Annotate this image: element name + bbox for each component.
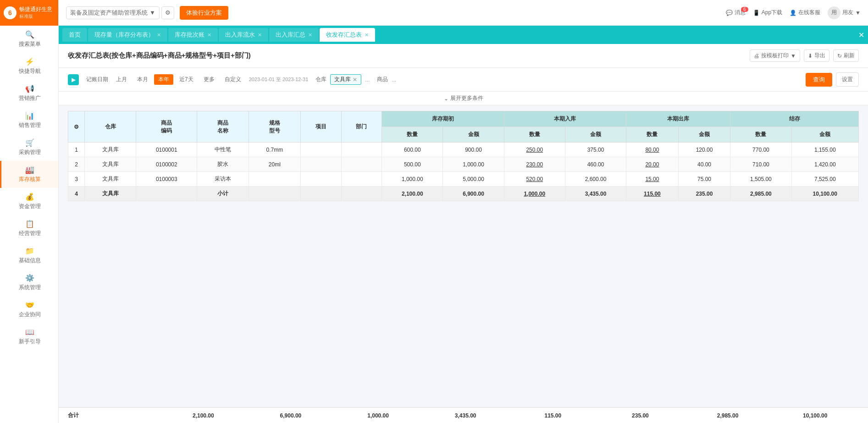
sidebar-item-quick[interactable]: ⚡ 快捷导航 <box>0 53 58 80</box>
cell-in-amt: 460.00 <box>565 157 626 172</box>
tab-batch-close[interactable]: ✕ <box>207 32 211 38</box>
tab-inout-summary[interactable]: 出入库汇总 ✕ <box>269 28 319 42</box>
date-7days[interactable]: 近7天 <box>175 74 198 85</box>
sidebar-item-guide[interactable]: 📖 新手引导 <box>0 323 58 350</box>
tab-inventory-dist[interactable]: 现存量（库存分布表） ✕ <box>88 28 167 42</box>
warehouse-tag-close[interactable]: ✕ <box>353 77 357 83</box>
cell-goods-name: 中性笔 <box>197 143 249 157</box>
date-prev-month[interactable]: 上月 <box>112 74 131 85</box>
refresh-label: 刷新 <box>844 52 855 60</box>
date-custom[interactable]: 自定义 <box>221 74 245 85</box>
date-curr-month[interactable]: 本月 <box>133 74 152 85</box>
print-button[interactable]: 🖨 按模板打印 ▼ <box>750 49 800 62</box>
cell-bal-amt: 7,525.00 <box>791 172 858 187</box>
export-button[interactable]: ⬇ 导出 <box>804 49 829 62</box>
sidebar-item-enterprise[interactable]: 🤝 企业协同 <box>0 296 58 323</box>
cell-seq: 2 <box>68 157 85 172</box>
service-button[interactable]: 👤 在线客服 <box>790 9 820 16</box>
cell-bal-qty: 1,505.00 <box>730 172 791 187</box>
tab-inout-summary-label: 出入库汇总 <box>276 31 305 39</box>
cell-open-qty-subtotal: 2,100.00 <box>382 187 443 201</box>
tab-recv-summary-label: 收发存汇总表 <box>326 31 362 39</box>
sidebar-item-purchase[interactable]: 🛒 采购管理 <box>0 134 58 161</box>
tab-home[interactable]: 首页 <box>62 28 87 42</box>
tab-batch-label: 库存批次账 <box>175 31 205 39</box>
goods-more-dots[interactable]: ... <box>392 77 396 83</box>
topbar: 装备及固定资产辅助管理系统 ▼ ⚙ 体验行业方案 💬 消息 6 📱 App下载 … <box>59 0 868 26</box>
sidebar-item-business[interactable]: 📋 经营管理 <box>0 215 58 242</box>
user-menu[interactable]: 用 用友 ▼ <box>828 6 861 19</box>
tab-inout-flow-close[interactable]: ✕ <box>258 32 262 38</box>
filter-toggle-button[interactable]: ▶ <box>68 74 79 85</box>
tab-recv-summary-close[interactable]: ✕ <box>365 32 369 38</box>
cell-project <box>301 172 342 187</box>
expand-button[interactable]: ⌄ 展开更多条件 <box>444 94 483 102</box>
th-goods-name: 商品名称 <box>197 111 249 143</box>
refresh-button[interactable]: ↻ 刷新 <box>833 49 859 62</box>
gear-button[interactable]: ⚙ <box>161 6 174 19</box>
app-download-button[interactable]: 📱 App下载 <box>753 9 782 16</box>
inventory-icon: 🏭 <box>25 165 34 174</box>
expand-label: 展开更多条件 <box>450 94 483 102</box>
tab-inout-summary-close[interactable]: ✕ <box>308 32 312 38</box>
cell-goods-code: 0100003 <box>136 172 197 187</box>
date-curr-year[interactable]: 本年 <box>154 74 173 85</box>
sidebar-item-finance[interactable]: 💰 资金管理 <box>0 188 58 215</box>
cell-dept-subtotal <box>341 187 382 201</box>
app-label: App下载 <box>762 9 782 16</box>
cell-out-qty[interactable]: 80.00 <box>626 143 679 157</box>
finance-icon: 💰 <box>25 192 34 201</box>
cell-in-amt: 2,600.00 <box>565 172 626 187</box>
cell-in-amt: 375.00 <box>565 143 626 157</box>
cell-out-qty-subtotal[interactable]: 115.00 <box>626 187 679 201</box>
sidebar-item-marketing[interactable]: 📢 营销推广 <box>0 80 58 107</box>
sidebar-item-sales[interactable]: 📊 销售管理 <box>0 107 58 134</box>
setting-button[interactable]: 设置 <box>836 72 859 87</box>
cell-in-qty-subtotal[interactable]: 1,000.00 <box>504 187 565 201</box>
cell-in-amt-subtotal: 3,435.00 <box>565 187 626 201</box>
tab-inout-flow[interactable]: 出入库流水 ✕ <box>219 28 268 42</box>
warehouse-more-dots[interactable]: ... <box>365 77 370 83</box>
warehouse-tag-value: 文具库 <box>334 76 351 83</box>
cell-in-qty[interactable]: 250.00 <box>504 143 565 157</box>
th-bal-amt: 金额 <box>791 127 858 143</box>
sidebar-logo: 6 <box>4 6 17 19</box>
page-title: 收发存汇总表(按仓库+商品编码+商品+规格型号+项目+部门) <box>68 51 251 60</box>
tabbar-close[interactable]: ✕ <box>858 31 864 39</box>
th-in-group: 本期入库 <box>504 111 626 127</box>
th-balance-group: 结存 <box>730 111 859 127</box>
service-label: 在线客服 <box>798 9 820 16</box>
tab-recv-summary[interactable]: 收发存汇总表 ✕ <box>320 28 375 42</box>
message-button[interactable]: 💬 消息 6 <box>726 9 746 16</box>
sidebar-item-system[interactable]: ⚙️ 系统管理 <box>0 269 58 296</box>
table-row: 2 文具库 0100002 胶水 20ml 500.00 1,000.00 23… <box>68 157 859 172</box>
warehouse-tag[interactable]: 文具库 ✕ <box>330 74 361 85</box>
cell-out-qty[interactable]: 15.00 <box>626 172 679 187</box>
query-button[interactable]: 查询 <box>806 73 832 87</box>
main-area: 装备及固定资产辅助管理系统 ▼ ⚙ 体验行业方案 💬 消息 6 📱 App下载 … <box>59 0 868 423</box>
message-badge: 6 <box>741 7 748 12</box>
cell-open-qty: 1,000.00 <box>382 172 443 187</box>
cell-in-qty[interactable]: 520.00 <box>504 172 565 187</box>
cell-open-amt: 5,000.00 <box>443 172 504 187</box>
sidebar-subtitle: 标准版 <box>19 13 52 20</box>
sidebar-item-search[interactable]: 🔍 搜索菜单 <box>0 26 58 53</box>
sidebar-label-inventory: 库存核算 <box>19 176 41 183</box>
th-settings: ⚙ <box>68 111 85 143</box>
tab-batch[interactable]: 库存批次账 ✕ <box>168 28 218 42</box>
sidebar-item-basic[interactable]: 📁 基础信息 <box>0 242 58 269</box>
tab-inventory-dist-close[interactable]: ✕ <box>157 32 161 38</box>
table-body: 1 文具库 0100001 中性笔 0.7mm 600.00 900.00 25… <box>68 143 859 201</box>
cell-open-amt: 900.00 <box>443 143 504 157</box>
filter-date-section: 记账日期 上月 本月 本年 近7天 更多 自定义 2023-01-01 至 20… <box>86 74 308 85</box>
system-dropdown[interactable]: 装备及固定资产辅助管理系统 ▼ <box>66 6 160 19</box>
sidebar-item-inventory[interactable]: 🏭 库存核算 <box>0 161 58 188</box>
cell-out-amt-subtotal: 235.00 <box>678 187 730 201</box>
date-more[interactable]: 更多 <box>199 74 219 85</box>
cell-in-qty[interactable]: 230.00 <box>504 157 565 172</box>
cell-out-qty[interactable]: 20.00 <box>626 157 679 172</box>
subtotal-row: 4 文具库 小计 2,100.00 6,900.00 1,000.00 3,43… <box>68 187 859 201</box>
sidebar-header: 6 畅捷通好生意 标准版 <box>0 0 58 26</box>
cell-goods-spec: 0.7mm <box>249 143 301 157</box>
experience-button[interactable]: 体验行业方案 <box>180 6 228 20</box>
